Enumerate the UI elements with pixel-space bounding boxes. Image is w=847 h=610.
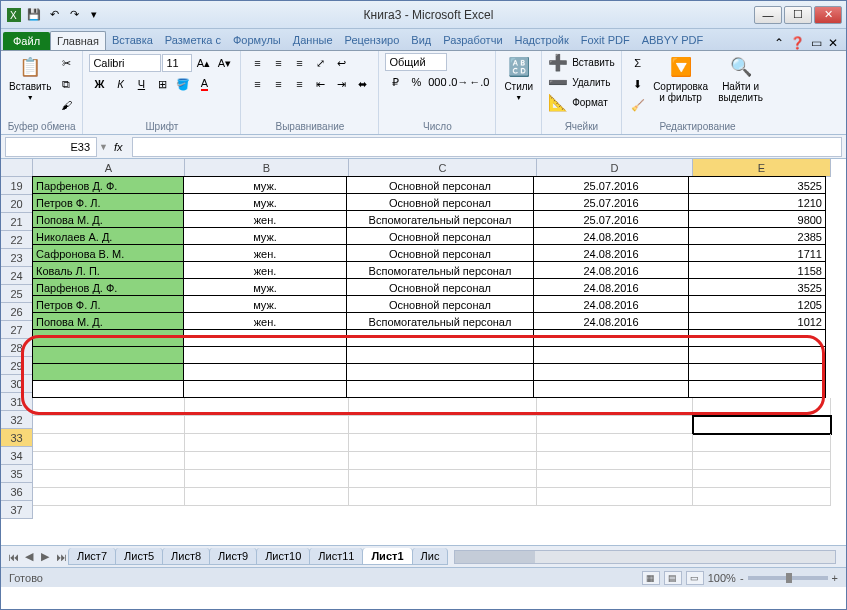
cell[interactable]: 3525	[688, 278, 826, 296]
sheet-tab[interactable]: Лист8	[162, 548, 210, 565]
name-box[interactable]: E33	[5, 137, 97, 157]
underline-icon[interactable]: Ч	[131, 74, 151, 94]
cell[interactable]	[33, 398, 185, 416]
cell[interactable]	[185, 398, 349, 416]
cell[interactable]	[533, 380, 689, 398]
increase-decimal-icon[interactable]: .0→	[448, 72, 468, 92]
cell[interactable]: 24.08.2016	[533, 261, 689, 279]
cell[interactable]: 25.07.2016	[533, 176, 689, 194]
cell[interactable]	[688, 346, 826, 364]
column-header[interactable]: C	[349, 159, 537, 176]
cell[interactable]	[688, 380, 826, 398]
cell[interactable]	[32, 329, 184, 347]
help-icon[interactable]: ❓	[790, 36, 805, 50]
ribbon-tab[interactable]: Вставка	[106, 31, 159, 50]
cell[interactable]: 24.08.2016	[533, 227, 689, 245]
cell[interactable]: муж.	[183, 176, 347, 194]
cell[interactable]	[693, 488, 831, 506]
row-header[interactable]: 32	[1, 411, 32, 429]
decrease-indent-icon[interactable]: ⇤	[310, 74, 330, 94]
cell[interactable]: жен.	[183, 244, 347, 262]
ribbon-tab[interactable]: Разработчи	[437, 31, 508, 50]
cell[interactable]: 1210	[688, 193, 826, 211]
cell[interactable]: 24.08.2016	[533, 312, 689, 330]
row-header[interactable]: 27	[1, 321, 32, 339]
cell[interactable]	[688, 363, 826, 381]
cell[interactable]	[349, 470, 537, 488]
cell[interactable]: 25.07.2016	[533, 210, 689, 228]
cell[interactable]	[32, 380, 184, 398]
sheet-tab[interactable]: Лист11	[309, 548, 363, 565]
cell[interactable]: 24.08.2016	[533, 295, 689, 313]
align-center-icon[interactable]: ≡	[268, 74, 288, 94]
row-header[interactable]: 22	[1, 231, 32, 249]
row-header[interactable]: 21	[1, 213, 32, 231]
minimize-button[interactable]: —	[754, 6, 782, 24]
ribbon-tab[interactable]: Главная	[50, 31, 106, 50]
zoom-slider[interactable]	[748, 576, 828, 580]
cell[interactable]	[349, 416, 537, 434]
wrap-text-icon[interactable]: ↩	[331, 53, 351, 73]
select-all-corner[interactable]	[1, 159, 33, 177]
cell[interactable]: Вспомогательный персонал	[346, 261, 534, 279]
cell[interactable]	[693, 398, 831, 416]
sheet-nav-last-icon[interactable]: ⏭	[53, 551, 69, 563]
fill-icon[interactable]: ⬇	[628, 74, 648, 94]
cell[interactable]	[537, 488, 693, 506]
sort-filter-button[interactable]: 🔽 Сортировка и фильтр	[651, 53, 711, 105]
cell[interactable]: 1012	[688, 312, 826, 330]
row-header[interactable]: 37	[1, 501, 32, 519]
cell[interactable]: Сафронова В. М.	[32, 244, 184, 262]
font-family-combo[interactable]: Calibri	[89, 54, 161, 72]
cell[interactable]	[346, 380, 534, 398]
cell[interactable]	[537, 470, 693, 488]
cell[interactable]	[349, 434, 537, 452]
decrease-decimal-icon[interactable]: ←.0	[469, 72, 489, 92]
cell[interactable]	[688, 329, 826, 347]
cell[interactable]	[533, 329, 689, 347]
cell[interactable]: Вспомогательный персонал	[346, 312, 534, 330]
view-pagebreak-icon[interactable]: ▭	[686, 571, 704, 585]
row-header[interactable]: 24	[1, 267, 32, 285]
row-header[interactable]: 34	[1, 447, 32, 465]
cell[interactable]: муж.	[183, 295, 347, 313]
cell[interactable]: Парфенов Д. Ф.	[32, 278, 184, 296]
qat-more-icon[interactable]: ▾	[85, 6, 103, 24]
ribbon-tab[interactable]: Разметка с	[159, 31, 227, 50]
cell[interactable]: жен.	[183, 261, 347, 279]
cell[interactable]: Попова М. Д.	[32, 312, 184, 330]
cell[interactable]	[185, 434, 349, 452]
increase-indent-icon[interactable]: ⇥	[331, 74, 351, 94]
cell[interactable]	[33, 488, 185, 506]
cell[interactable]: Петров Ф. Л.	[32, 295, 184, 313]
row-header[interactable]: 19	[1, 177, 32, 195]
horizontal-scrollbar[interactable]	[454, 550, 836, 564]
row-header[interactable]: 23	[1, 249, 32, 267]
zoom-out-button[interactable]: -	[740, 572, 744, 584]
cell[interactable]: Основной персонал	[346, 193, 534, 211]
undo-icon[interactable]: ↶	[45, 6, 63, 24]
cells-format-button[interactable]: 📐Формат	[548, 93, 608, 112]
cell[interactable]: Николаев А. Д.	[32, 227, 184, 245]
cell[interactable]: 1158	[688, 261, 826, 279]
font-size-combo[interactable]: 11	[162, 54, 192, 72]
doc-restore-icon[interactable]: ▭	[811, 36, 822, 50]
cell[interactable]: 24.08.2016	[533, 278, 689, 296]
cell[interactable]: Основной персонал	[346, 176, 534, 194]
cell[interactable]: 25.07.2016	[533, 193, 689, 211]
cell[interactable]	[185, 470, 349, 488]
fx-icon[interactable]: fx	[108, 141, 129, 153]
cell[interactable]: Основной персонал	[346, 295, 534, 313]
cells-delete-button[interactable]: ➖Удалить	[548, 73, 610, 92]
minimize-ribbon-icon[interactable]: ⌃	[774, 36, 784, 50]
merge-icon[interactable]: ⬌	[352, 74, 372, 94]
maximize-button[interactable]: ☐	[784, 6, 812, 24]
cell[interactable]: Основной персонал	[346, 227, 534, 245]
cell[interactable]: 24.08.2016	[533, 244, 689, 262]
column-header[interactable]: A	[33, 159, 185, 176]
cell[interactable]	[33, 416, 185, 434]
row-header[interactable]: 29	[1, 357, 32, 375]
copy-icon[interactable]: ⧉	[56, 74, 76, 94]
decrease-font-icon[interactable]: A▾	[214, 53, 234, 73]
view-pagelayout-icon[interactable]: ▤	[664, 571, 682, 585]
